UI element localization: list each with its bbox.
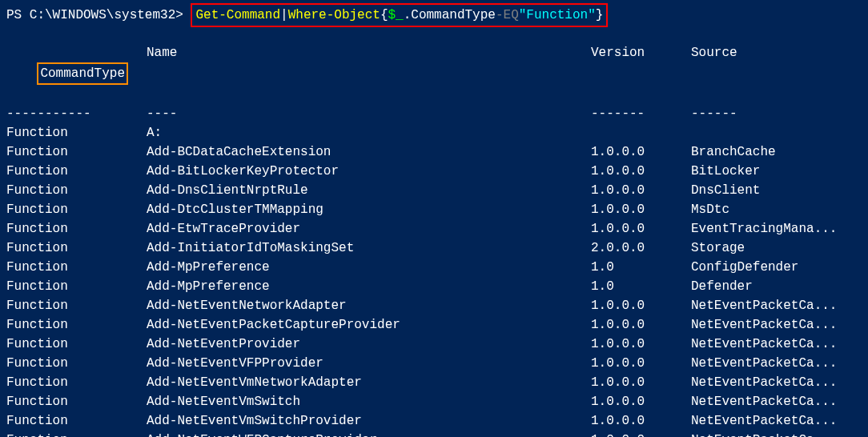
cell-commandtype: Function <box>6 200 147 219</box>
table-row: FunctionAdd-NetEventVmSwitchProvider1.0.… <box>6 411 862 431</box>
cell-name: Add-BCDataCacheExtension <box>147 142 591 162</box>
underline-version: ------- <box>591 104 691 123</box>
cell-commandtype: Function <box>6 239 147 258</box>
cell-source: NetEventPacketCa... <box>691 411 862 431</box>
cell-name: Add-DtcClusterTMMapping <box>147 200 591 219</box>
underline-name: ---- <box>147 104 591 123</box>
cell-version: 1.0 <box>591 258 691 277</box>
table-underline-row: ----------- ---- ------- ------ <box>6 104 862 123</box>
cell-source: NetEventPacketCa... <box>691 296 862 315</box>
cell-version: 1.0.0.0 <box>591 296 691 315</box>
cell-source: Defender <box>691 277 862 296</box>
cell-commandtype: Function <box>6 373 147 392</box>
cell-name: Add-NetEventVmNetworkAdapter <box>147 373 591 392</box>
cell-source: DnsClient <box>691 181 862 200</box>
cell-source: NetEventPacketCa... <box>691 354 862 373</box>
cell-source: NetEventPacketCa... <box>691 392 862 411</box>
table-row: FunctionAdd-DnsClientNrptRule1.0.0.0DnsC… <box>6 181 862 200</box>
cell-name: Add-NetEventProvider <box>147 335 591 354</box>
header-version: Version <box>591 43 691 104</box>
table-row: FunctionAdd-NetEventProvider1.0.0.0NetEv… <box>6 335 862 354</box>
cell-version: 1.0.0.0 <box>591 315 691 335</box>
string-literal: "Function" <box>519 6 596 25</box>
table-row: FunctionAdd-BitLockerKeyProtector1.0.0.0… <box>6 162 862 181</box>
cell-source: Storage <box>691 239 862 258</box>
cell-name: Add-NetEventWFPCaptureProvider <box>147 431 591 437</box>
cell-version: 1.0.0.0 <box>591 200 691 219</box>
cmdlet-get-command: Get-Command <box>195 6 280 25</box>
underline-type: ----------- <box>6 104 147 123</box>
cell-version: 1.0.0.0 <box>591 142 691 162</box>
cell-name: Add-NetEventPacketCaptureProvider <box>147 315 591 335</box>
pipe-operator: | <box>280 6 288 25</box>
cell-commandtype: Function <box>6 277 147 296</box>
cell-commandtype: Function <box>6 258 147 277</box>
cell-commandtype: Function <box>6 162 147 181</box>
command-highlight-box: Get-Command | Where-Object { $_ .Command… <box>191 3 608 27</box>
cell-version: 1.0.0.0 <box>591 411 691 431</box>
cell-version: 1.0.0.0 <box>591 373 691 392</box>
table-row: FunctionAdd-BCDataCacheExtension1.0.0.0B… <box>6 142 862 162</box>
cell-version: 2.0.0.0 <box>591 239 691 258</box>
table-row: FunctionAdd-MpPreference1.0Defender <box>6 277 862 296</box>
cell-version: 1.0.0.0 <box>591 354 691 373</box>
cell-commandtype: Function <box>6 315 147 335</box>
table-row: FunctionAdd-DtcClusterTMMapping1.0.0.0Ms… <box>6 200 862 219</box>
cell-name: Add-MpPreference <box>147 258 591 277</box>
cell-name: Add-MpPreference <box>147 277 591 296</box>
cell-commandtype: Function <box>6 335 147 354</box>
cell-source: NetEventPacketCa... <box>691 335 862 354</box>
cell-name: Add-InitiatorIdToMaskingSet <box>147 239 591 258</box>
prompt-prefix: PS C:\WINDOWS\system32> <box>6 6 191 25</box>
cell-version: 1.0 <box>591 277 691 296</box>
table-body: FunctionA:FunctionAdd-BCDataCacheExtensi… <box>6 123 862 437</box>
table-row: FunctionA: <box>6 123 862 142</box>
cell-name: Add-NetEventVmSwitchProvider <box>147 411 591 431</box>
table-row: FunctionAdd-NetEventVFPProvider1.0.0.0Ne… <box>6 354 862 373</box>
cell-name: Add-NetEventVmSwitch <box>147 392 591 411</box>
cmdlet-where-object: Where-Object <box>288 6 380 25</box>
cell-version: 1.0.0.0 <box>591 219 691 239</box>
cell-name: Add-DnsClientNrptRule <box>147 181 591 200</box>
cell-source: MsDtc <box>691 200 862 219</box>
cell-source: BranchCache <box>691 142 862 162</box>
cell-commandtype: Function <box>6 181 147 200</box>
cell-source: NetEventPacketCa... <box>691 315 862 335</box>
cell-commandtype: Function <box>6 392 147 411</box>
cell-source: NetEventPacketCa... <box>691 373 862 392</box>
table-row: FunctionAdd-NetEventVmSwitch1.0.0.0NetEv… <box>6 392 862 411</box>
table-row: FunctionAdd-NetEventVmNetworkAdapter1.0.… <box>6 373 862 392</box>
brace-close: } <box>596 6 604 25</box>
table-row: FunctionAdd-NetEventWFPCaptureProvider1.… <box>6 431 862 437</box>
table-header-row: CommandType Name Version Source <box>6 43 862 104</box>
cell-version: 1.0.0.0 <box>591 335 691 354</box>
table-row: FunctionAdd-NetEventNetworkAdapter1.0.0.… <box>6 296 862 315</box>
cell-commandtype: Function <box>6 354 147 373</box>
cell-source <box>691 123 862 142</box>
header-name: Name <box>147 43 591 104</box>
property-access: .CommandType <box>404 6 496 25</box>
cell-commandtype: Function <box>6 123 147 142</box>
cell-source: BitLocker <box>691 162 862 181</box>
prompt-line: PS C:\WINDOWS\system32> Get-Command | Wh… <box>6 3 862 27</box>
comparison-operator: -EQ <box>496 6 519 25</box>
cell-commandtype: Function <box>6 411 147 431</box>
cell-source: EventTracingMana... <box>691 219 862 239</box>
variable: $_ <box>388 6 404 25</box>
underline-source: ------ <box>691 104 862 123</box>
cell-source: ConfigDefender <box>691 258 862 277</box>
cell-name: Add-NetEventVFPProvider <box>147 354 591 373</box>
cell-version <box>591 123 691 142</box>
cell-version: 1.0.0.0 <box>591 392 691 411</box>
cell-version: 1.0.0.0 <box>591 181 691 200</box>
cell-version: 1.0.0.0 <box>591 431 691 437</box>
header-commandtype-cell: CommandType <box>6 43 147 104</box>
cell-source: NetEventPacketCa... <box>691 431 862 437</box>
cell-commandtype: Function <box>6 142 147 162</box>
brace-open: { <box>380 6 388 25</box>
cell-name: Add-EtwTraceProvider <box>147 219 591 239</box>
cell-commandtype: Function <box>6 219 147 239</box>
cell-name: Add-BitLockerKeyProtector <box>147 162 591 181</box>
table-row: FunctionAdd-EtwTraceProvider1.0.0.0Event… <box>6 219 862 239</box>
cell-name: A: <box>147 123 591 142</box>
